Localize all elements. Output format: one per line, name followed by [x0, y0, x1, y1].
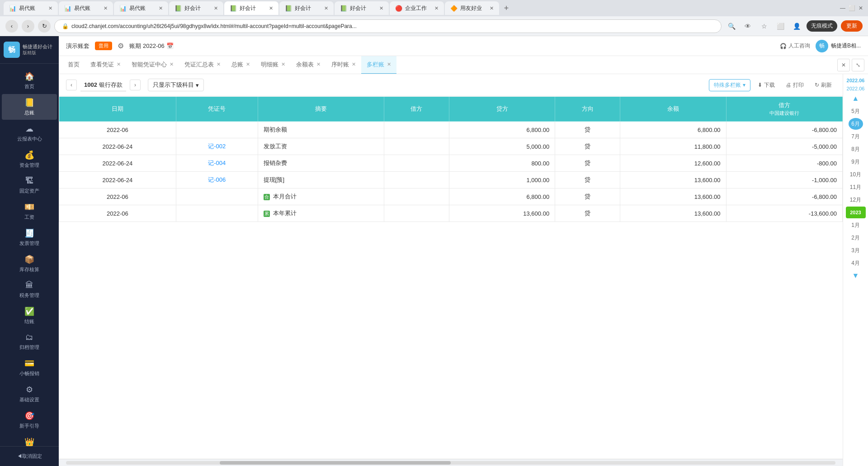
prev-account-button[interactable]: ‹	[66, 80, 77, 90]
url-bar[interactable]: 🔒 cloud2.chanjet.com/accounting/uh26t264…	[54, 19, 722, 33]
forward-button[interactable]: ›	[22, 20, 34, 33]
next-account-button[interactable]: ›	[130, 80, 141, 90]
tab-close-7[interactable]: ✕	[379, 5, 383, 11]
tab-smart-voucher[interactable]: 智能凭证中心 ✕	[126, 56, 179, 74]
search-icon[interactable]: 🔍	[725, 20, 738, 33]
sidebar-item-member[interactable]: 👑 畅会员	[2, 433, 57, 446]
expand-panel-button[interactable]: ⤡	[852, 59, 864, 71]
tab-multi-column[interactable]: 多栏账 ✕	[361, 56, 396, 74]
bookmark-icon[interactable]: ☆	[758, 20, 770, 33]
incognito-button[interactable]: 无痕模式	[807, 20, 837, 32]
cell-voucher-2[interactable]: 记-002	[176, 138, 258, 155]
account-selector[interactable]: 1002 银行存款	[80, 79, 126, 91]
sidebar-item-assets[interactable]: 🏗 固定资产	[2, 173, 57, 198]
tab-close-6[interactable]: ✕	[324, 5, 328, 11]
sidebar-item-guide[interactable]: 🎯 新手引导	[2, 407, 57, 433]
month-item-2023-4[interactable]: 4月	[846, 257, 866, 269]
tab-close-8[interactable]: ✕	[434, 5, 439, 11]
month-item-5[interactable]: 5月	[846, 105, 866, 117]
special-multi-button[interactable]: 特殊多栏账 ▾	[709, 79, 750, 91]
tab-balance[interactable]: 余额表 ✕	[291, 56, 326, 74]
period-selector[interactable]: 账期 2022-06 📅	[129, 42, 174, 50]
browser-tab-4[interactable]: 📗 好会计 ✕	[169, 1, 223, 15]
tab-close-smart[interactable]: ✕	[170, 61, 174, 67]
tab-close-detail[interactable]: ✕	[281, 61, 285, 67]
settings-icon[interactable]: ⚙	[118, 42, 124, 50]
subject-filter-button[interactable]: 只显示下级科目 ▾	[148, 79, 204, 91]
back-button[interactable]: ‹	[5, 20, 18, 33]
sidebar-item-home[interactable]: 🏠 首页	[2, 68, 57, 94]
month-down-button[interactable]: ▼	[849, 269, 862, 282]
scrollbar-track[interactable]	[66, 461, 835, 465]
tab-close-4[interactable]: ✕	[214, 5, 218, 11]
sidebar-item-funds[interactable]: 💰 资金管理	[2, 146, 57, 172]
sidebar-item-tax[interactable]: 🏛 税务管理	[2, 277, 57, 302]
browser-tab-2[interactable]: 📊 易代账 ✕	[59, 1, 113, 15]
month-item-2023-2[interactable]: 2月	[846, 232, 866, 244]
browser-tab-5[interactable]: 📗 好会计 ✕	[224, 1, 278, 15]
tab-close-9[interactable]: ✕	[490, 5, 494, 11]
download-button[interactable]: ⬇ 下载	[754, 80, 778, 91]
month-item-2023-3[interactable]: 3月	[846, 245, 866, 256]
browser-tab-6[interactable]: 📗 好会计 ✕	[279, 1, 334, 15]
month-up-button[interactable]: ▲	[849, 92, 862, 105]
profile-icon[interactable]: 👤	[790, 20, 803, 33]
tab-general-ledger[interactable]: 总账 ✕	[226, 56, 255, 74]
tab-voucher-summary[interactable]: 凭证汇总表 ✕	[179, 56, 226, 74]
sidebar-item-ledger[interactable]: 📒 总账	[2, 94, 57, 120]
maximize-button[interactable]: ⬜	[848, 5, 855, 12]
extension-icon[interactable]: ⬜	[774, 20, 787, 33]
cell-voucher-4[interactable]: 记-006	[176, 172, 258, 188]
update-button[interactable]: 更新	[841, 20, 863, 32]
sidebar-item-reports[interactable]: ☁ 云报表中心	[2, 120, 57, 146]
sidebar-item-invoice[interactable]: 🧾 发票管理	[2, 225, 57, 250]
tab-close-5[interactable]: ✕	[269, 5, 273, 11]
minimize-button[interactable]: —	[839, 5, 846, 12]
browser-tab-1[interactable]: 📊 易代账 ✕	[4, 1, 58, 15]
tab-home[interactable]: 首页	[62, 56, 85, 74]
account-type-badge[interactable]: 普用	[95, 42, 112, 50]
browser-tab-3[interactable]: 📊 易代账 ✕	[114, 1, 168, 15]
help-button[interactable]: 🎧 人工咨询	[780, 42, 810, 50]
print-button[interactable]: 🖨 打印	[782, 80, 807, 91]
month-item-8[interactable]: 8月	[846, 143, 866, 155]
month-item-11[interactable]: 11月	[846, 181, 866, 193]
tab-close-journal[interactable]: ✕	[352, 61, 356, 67]
tab-close-multi[interactable]: ✕	[387, 61, 391, 67]
sidebar-item-closing[interactable]: ✅ 结账	[2, 303, 57, 329]
pin-sidebar-button[interactable]: ◀取消固定	[2, 450, 57, 462]
tab-close-balance[interactable]: ✕	[316, 61, 321, 67]
sidebar-item-inventory[interactable]: 📦 库存核算	[2, 251, 57, 277]
tab-close-voucher[interactable]: ✕	[117, 61, 121, 67]
sidebar-item-payroll[interactable]: 💴 工资	[2, 198, 57, 224]
tab-close-2[interactable]: ✕	[104, 5, 108, 11]
cell-voucher-3[interactable]: 记-004	[176, 155, 258, 172]
month-item-6[interactable]: 6月	[849, 118, 863, 130]
sidebar-item-archive[interactable]: 🗂 归档管理	[2, 329, 57, 354]
tab-voucher-view[interactable]: 查看凭证 ✕	[85, 56, 126, 74]
tab-close-general[interactable]: ✕	[246, 61, 250, 67]
refresh-button[interactable]: ↻ 刷新	[811, 80, 835, 91]
browser-tab-7[interactable]: 📗 好会计 ✕	[335, 1, 389, 15]
tab-journal[interactable]: 序时账 ✕	[326, 56, 361, 74]
horizontal-scrollbar[interactable]	[59, 459, 843, 466]
close-button[interactable]: ✕	[857, 5, 864, 12]
month-item-7[interactable]: 7月	[846, 131, 866, 142]
browser-tab-8[interactable]: 🔴 企业工作 ✕	[390, 1, 444, 15]
tab-close-summary[interactable]: ✕	[217, 61, 221, 67]
month-item-9[interactable]: 9月	[846, 156, 866, 168]
close-panel-button[interactable]: ✕	[837, 59, 850, 71]
tab-close-3[interactable]: ✕	[159, 5, 163, 11]
month-item-10[interactable]: 10月	[846, 169, 866, 180]
reload-button[interactable]: ↻	[38, 20, 51, 33]
reading-mode-icon[interactable]: 👁	[741, 20, 754, 33]
sidebar-item-settings[interactable]: ⚙ 基础设置	[2, 381, 57, 407]
scrollbar-thumb[interactable]	[220, 461, 451, 465]
tab-detail-ledger[interactable]: 明细账 ✕	[255, 56, 291, 74]
month-item-2023-1[interactable]: 1月	[846, 219, 866, 231]
tab-close-1[interactable]: ✕	[48, 5, 52, 11]
month-item-12[interactable]: 12月	[846, 194, 866, 206]
browser-tab-9[interactable]: 🔶 用友好业 ✕	[445, 1, 499, 15]
new-tab-button[interactable]: +	[500, 2, 513, 14]
sidebar-item-expense[interactable]: 💳 小畅报销	[2, 355, 57, 381]
